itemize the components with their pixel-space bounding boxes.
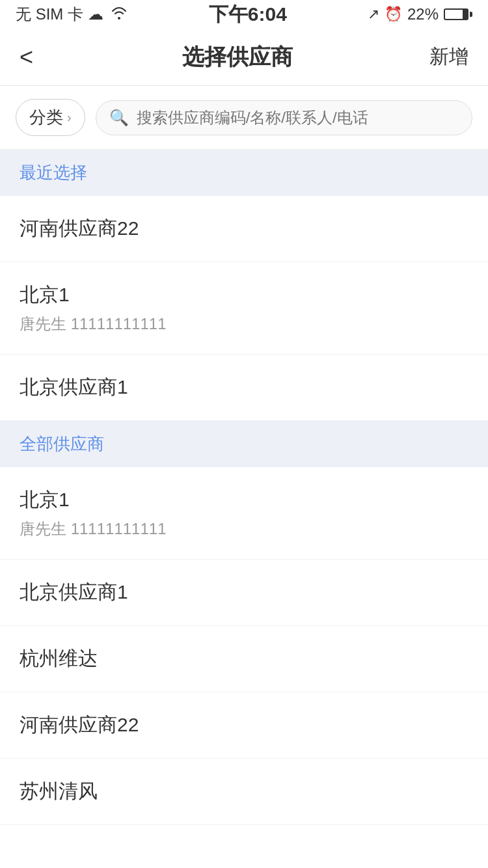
item-sub: 唐先生 11111111111 bbox=[20, 519, 468, 539]
item-name: 北京供应商1 bbox=[20, 579, 468, 606]
sim-status: 无 SIM 卡 ☁ bbox=[16, 4, 103, 25]
chevron-right-icon: › bbox=[67, 110, 72, 125]
nav-bar: < 选择供应商 新增 bbox=[0, 29, 488, 86]
item-sub: 唐先生 11111111111 bbox=[20, 314, 468, 334]
list-item[interactable]: 北京供应商1 bbox=[0, 355, 488, 421]
back-button[interactable]: < bbox=[20, 44, 59, 71]
recent-label: 最近选择 bbox=[20, 163, 87, 182]
status-bar: 无 SIM 卡 ☁ 下午6:04 ↗ ⏰ 22% bbox=[0, 0, 488, 29]
status-left: 无 SIM 卡 ☁ bbox=[16, 4, 128, 25]
battery-icon bbox=[444, 8, 472, 20]
filter-bar: 分类 › 🔍 bbox=[0, 86, 488, 150]
list-item[interactable]: 北京1唐先生 11111111111 bbox=[0, 467, 488, 560]
category-label: 分类 bbox=[29, 106, 63, 129]
item-name: 杭州维达 bbox=[20, 645, 468, 672]
item-name: 苏州清风 bbox=[20, 778, 468, 805]
recent-items-list: 河南供应商22北京1唐先生 11111111111北京供应商1 bbox=[0, 196, 488, 421]
search-icon: 🔍 bbox=[109, 109, 129, 127]
battery-percent: 22% bbox=[407, 5, 439, 23]
item-name: 河南供应商22 bbox=[20, 215, 468, 242]
all-label: 全部供应商 bbox=[20, 434, 104, 454]
item-name: 北京供应商1 bbox=[20, 374, 468, 401]
alarm-icon: ⏰ bbox=[385, 6, 402, 23]
add-button[interactable]: 新增 bbox=[416, 44, 468, 70]
list-item[interactable]: 苏州清风 bbox=[0, 759, 488, 825]
list-item[interactable]: 河南供应商22 bbox=[0, 692, 488, 759]
status-right: ↗ ⏰ 22% bbox=[368, 5, 472, 23]
search-input[interactable] bbox=[137, 109, 459, 127]
page-title: 选择供应商 bbox=[182, 42, 293, 72]
list-item[interactable]: 杭州维达 bbox=[0, 626, 488, 692]
item-name: 河南供应商22 bbox=[20, 712, 468, 739]
wifi-icon bbox=[110, 5, 128, 23]
recent-section-header: 最近选择 bbox=[0, 150, 488, 196]
item-name: 北京1 bbox=[20, 282, 468, 308]
search-box[interactable]: 🔍 bbox=[96, 100, 472, 135]
list-item[interactable]: 北京1唐先生 11111111111 bbox=[0, 262, 488, 355]
all-section-header: 全部供应商 bbox=[0, 421, 488, 467]
category-button[interactable]: 分类 › bbox=[16, 99, 85, 136]
list-item[interactable]: 河南供应商22 bbox=[0, 196, 488, 262]
list-item[interactable]: 北京供应商1 bbox=[0, 560, 488, 626]
item-name: 北京1 bbox=[20, 487, 468, 513]
all-items-list: 北京1唐先生 11111111111北京供应商1杭州维达河南供应商22苏州清风 bbox=[0, 467, 488, 825]
status-time: 下午6:04 bbox=[209, 1, 287, 28]
location-icon: ↗ bbox=[368, 6, 379, 23]
